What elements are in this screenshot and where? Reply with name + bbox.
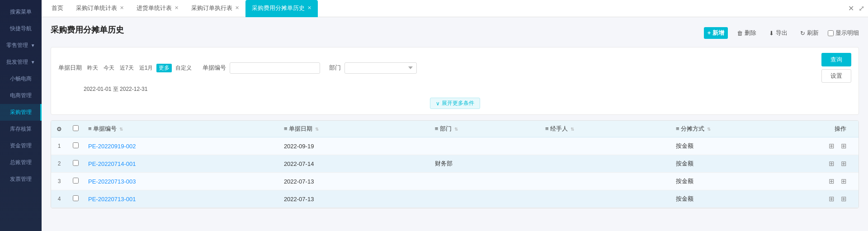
row-dept [430,190,541,208]
col-settings[interactable]: ⚙ [51,121,67,137]
show-detail-toggle[interactable]: 显示明细 [828,29,859,37]
table-row: 4 PE-20220713-001 2022-07-13 按金额 ⊞ ⊞ [51,190,859,208]
tab-label: 采购订单统计表 [76,4,117,12]
row-checkbox-cell [67,137,84,155]
shortcut-1month[interactable]: 近1月 [137,64,155,72]
sidebar-item-retail[interactable]: 零售管理 ▼ [0,37,42,54]
doc-num-link[interactable]: PE-20220919-002 [88,143,136,150]
sidebar-item-wholesale[interactable]: 批发管理 ▼ [0,54,42,71]
row-checkbox[interactable] [73,178,79,184]
dept-select[interactable] [344,62,417,74]
content-area: 采购费用分摊单历史 + 新增 🗑 删除 ⬇ 导出 ↻ 刷新 显示明细 [42,17,868,231]
expand-more-button[interactable]: ∨ 展开更多条件 [430,98,480,109]
maximize-icon[interactable]: ⤢ [859,4,864,13]
doc-num-input[interactable] [230,62,320,74]
row-actions: ⊞ ⊞ [822,173,859,190]
tab-purchase-order-stats[interactable]: 采购订单统计表 ✕ [70,0,130,17]
sidebar-item-search[interactable]: 搜索菜单 [0,4,42,20]
more-icon[interactable]: ⊞ [839,159,849,169]
tab-close-icon[interactable]: ✕ [307,5,311,11]
sidebar-item-invoice[interactable]: 发票管理 [0,171,42,188]
sidebar-item-ecommerce[interactable]: 电商管理 [0,87,42,104]
sidebar-item-finance[interactable]: 资金管理 [0,137,42,154]
more-icon[interactable]: ⊞ [839,176,849,186]
edit-icon[interactable]: ⊞ [827,159,836,169]
col-split-method[interactable]: ≡ 分摊方式 ⇅ [671,121,822,137]
tab-purchase-exec[interactable]: 采购订单执行表 ✕ [185,0,245,17]
row-split-method: 按金额 [671,190,822,208]
select-all-checkbox[interactable] [73,125,79,131]
col-doc-date[interactable]: ≡ 单据日期 ⇅ [279,121,430,137]
tab-label: 进货单统计表 [137,4,172,12]
table-row: 1 PE-20220919-002 2022-09-19 按金额 ⊞ ⊞ [51,137,859,155]
delete-button[interactable]: 🗑 删除 [733,27,760,39]
show-detail-label: 显示明细 [835,29,859,37]
sort-icon: ⇅ [707,127,711,132]
query-button[interactable]: 查询 [821,53,851,66]
sidebar-item-label: 小畅电商 [2,75,40,83]
tab-close-icon[interactable]: ✕ [175,5,179,11]
doc-num-link[interactable]: PE-20220713-003 [88,178,136,185]
col-handler[interactable]: ≡ 经手人 ⇅ [541,121,671,137]
row-index: 1 [51,137,67,155]
edit-icon[interactable]: ⊞ [827,194,836,204]
sidebar-item-inventory[interactable]: 库存核算 [0,121,42,137]
delete-icon: 🗑 [737,30,743,37]
date-range-display: 2022-01-01 至 2022-12-31 [84,86,147,92]
sidebar-item-purchase[interactable]: 采购管理 [0,104,42,121]
tab-home[interactable]: 首页 [45,0,70,17]
row-doc-num: PE-20220919-002 [84,137,279,155]
col-dept[interactable]: ≡ 部门 ⇅ [430,121,541,137]
tab-close-icon[interactable]: ✕ [235,5,239,11]
doc-num-link[interactable]: PE-20220714-001 [88,160,136,167]
sidebar-item-shortcuts[interactable]: 快捷导航 [0,20,42,37]
sidebar-item-ecommerce-small[interactable]: 小畅电商 [0,71,42,87]
tab-inbound-stats[interactable]: 进货单统计表 ✕ [130,0,185,17]
row-doc-num: PE-20220714-001 [84,155,279,173]
edit-icon[interactable]: ⊞ [827,141,836,151]
table-row: 3 PE-20220713-003 2022-07-13 按金额 ⊞ ⊞ [51,173,859,190]
row-handler [541,190,671,208]
row-index: 3 [51,173,67,190]
sidebar-item-label: 库存核算 [2,125,40,133]
col-handler-label: ≡ 经手人 [545,125,568,132]
edit-icon[interactable]: ⊞ [827,176,836,186]
tab-close-icon[interactable]: ✕ [120,5,124,11]
shortcut-yesterday[interactable]: 昨天 [85,64,100,72]
col-doc-num[interactable]: ≡ 单据编号 ⇅ [84,121,279,137]
more-icon[interactable]: ⊞ [839,141,849,151]
refresh-button[interactable]: ↻ 刷新 [797,27,822,39]
row-checkbox[interactable] [73,160,79,166]
sidebar-item-ledger[interactable]: 总账管理 [0,154,42,171]
sidebar-item-label: 总账管理 [2,159,40,166]
add-button[interactable]: + 新增 [704,27,728,39]
row-actions: ⊞ ⊞ [822,190,859,208]
row-handler [541,137,671,155]
settings-button[interactable]: 设置 [821,69,851,83]
show-detail-checkbox[interactable] [828,30,834,36]
shortcut-today[interactable]: 今天 [102,64,116,72]
row-checkbox[interactable] [73,142,79,148]
export-button[interactable]: ⬇ 导出 [765,27,791,39]
more-icon[interactable]: ⊞ [839,194,849,204]
expand-icon: ∨ [436,100,440,107]
sidebar-item-label: 零售管理 ▼ [2,42,40,49]
row-doc-date: 2022-07-13 [279,190,430,208]
row-checkbox[interactable] [73,195,79,201]
shortcut-custom[interactable]: 自定义 [174,64,193,72]
doc-num-link[interactable]: PE-20220713-001 [88,196,136,203]
tab-purchase-fee-history[interactable]: 采购费用分摊单历史 ✕ [245,0,318,17]
dept-label: 部门 [329,64,341,72]
row-doc-num: PE-20220713-003 [84,173,279,190]
date-filter-group: 单据日期 昨天 今天 近7天 近1月 更多 自定义 [58,64,193,72]
close-window-icon[interactable]: ✕ [848,4,854,13]
row-index: 2 [51,155,67,173]
row-actions: ⊞ ⊞ [822,155,859,173]
refresh-icon: ↻ [800,30,805,37]
shortcut-more[interactable]: 更多 [156,64,172,72]
row-dept [430,173,541,190]
col-doc-num-label: ≡ 单据编号 [88,125,117,132]
shortcut-7days[interactable]: 近7天 [118,64,136,72]
tab-bar: 首页 采购订单统计表 ✕ 进货单统计表 ✕ 采购订单执行表 ✕ 采购费用分摊单历… [42,0,868,17]
row-split-method: 按金额 [671,137,822,155]
